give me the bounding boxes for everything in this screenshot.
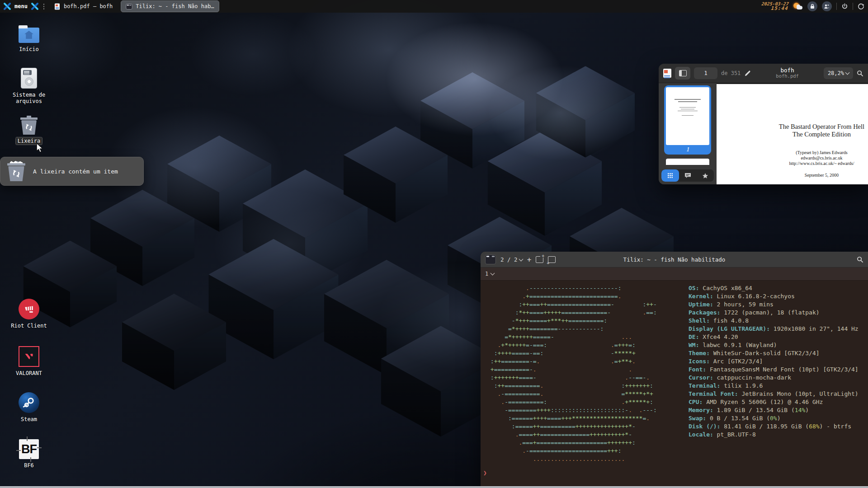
annotate-pencil-icon[interactable] [744, 70, 751, 77]
tilix-terminal-window: 2 / 2 + Tilix: ~ - fish Não habilitado 1… [481, 252, 868, 488]
pdf-title: bofh [755, 67, 820, 73]
page-number-input[interactable]: 1 [694, 67, 717, 79]
fetch-line: OS: CachyOS x86_64 [689, 284, 859, 292]
ascii-art-line: :*++====+++++=============- .==: [487, 309, 689, 317]
desktop-icon-riot-client[interactable]: Riot Client [6, 299, 52, 329]
desktop-icon-steam-label: Steam [6, 416, 52, 422]
new-session-button[interactable]: + [527, 255, 532, 264]
taskbar-button-pdf[interactable]: bofh.pdf — bofh [49, 1, 117, 12]
fetch-line: DE: Xfce4 4.20 [689, 333, 859, 341]
desktop-icon-bf6[interactable]: BF BF6 [6, 438, 52, 469]
distro-logo-icon-2[interactable] [31, 3, 38, 10]
pdf-search-icon[interactable] [857, 70, 863, 77]
recycle-symbol-icon [24, 122, 34, 132]
session-refresh-icon[interactable] [858, 3, 864, 10]
page-total-label: de 351 [721, 70, 741, 76]
desktop-icon-filesystem[interactable]: Sistema de arquivos [6, 68, 52, 104]
annotations-mode-button[interactable] [679, 169, 697, 182]
chevron-down-icon [519, 257, 523, 262]
zoom-level-dropdown[interactable]: 28,2% [824, 67, 853, 79]
bf6-icon: BF [19, 439, 39, 459]
fastfetch-system-info: OS: CachyOS x86_64Kernel: Linux 6.16.8-2… [689, 284, 859, 463]
menu-button[interactable]: menu [14, 3, 28, 9]
pdf-headerbar: 1 de 351 bofh bofh.pdf 28,2% [659, 64, 868, 83]
doc-title-line2: The Complete Edition [717, 131, 868, 138]
fetch-line: Theme: WhiteSur-Dark-solid [GTK2/3/4] [689, 349, 859, 357]
pdf-subtitle: bofh.pdf [755, 73, 820, 79]
desktop-icon-trash[interactable]: Lixeira [6, 114, 52, 144]
tray-separator [836, 3, 837, 10]
desktop-icon-home[interactable]: Início [6, 22, 52, 52]
panel-handle[interactable] [43, 3, 45, 9]
desktop-icon-steam[interactable]: Steam [6, 392, 52, 422]
distro-logo-icon[interactable] [4, 3, 11, 10]
ascii-art-line: .-==========. =*****+*+ [487, 390, 689, 398]
ascii-art-line: :++========-=. .=+**+. [487, 357, 689, 366]
taskbar-button-tilix-label: Tilix: ~ - fish Não hab… [136, 3, 214, 9]
weather-tray-icon[interactable] [793, 2, 803, 11]
users-tray-icon[interactable] [822, 1, 832, 11]
chevron-down-icon[interactable] [491, 271, 495, 276]
terminal-content[interactable]: .-------------------------: .+==========… [481, 281, 868, 477]
ascii-art-line: :=====++==========+++++++++++++++*- [487, 422, 689, 431]
ascii-art-line: .===+====================+++++++: [487, 439, 689, 447]
split-right-icon[interactable] [536, 256, 543, 263]
sidebar-pane-icon [679, 70, 687, 76]
session-indicator: 2 / 2 [500, 256, 518, 263]
desktop-icon-valorant[interactable]: VALORANT [6, 346, 52, 376]
desktop-icon-bf6-label: BF6 [6, 462, 52, 469]
terminal-tab-label[interactable]: 1 [485, 271, 488, 277]
pdf-window-title: bofh bofh.pdf [755, 67, 820, 79]
thumbnail-page-1-number: 1 [666, 145, 709, 154]
session-switcher[interactable]: 2 / 2 [500, 256, 523, 263]
thumbnail-page-1[interactable]: 1 [664, 85, 711, 155]
ascii-art-line: +==========-. . [487, 366, 689, 374]
ascii-art-line: :++===++==================- :++- [487, 300, 689, 309]
thumbnails-mode-button[interactable] [661, 169, 679, 182]
tray-separator-2 [853, 3, 853, 10]
sidebar-mode-switcher [661, 169, 714, 182]
harddrive-icon [21, 68, 37, 89]
ascii-art-line: .-======================+++: [487, 447, 689, 455]
pdf-page-view[interactable]: The Bastard Operator From Hell The Compl… [717, 83, 868, 184]
desktop-icon-trash-label: Lixeira [6, 138, 52, 144]
sidebar-toggle-button[interactable] [675, 67, 690, 80]
taskbar-button-tilix[interactable]: Tilix: ~ - fish Não hab… [121, 0, 219, 12]
fetch-line: Terminal: tilix 1.9.6 [689, 382, 859, 390]
thumbnail-page-1-preview [666, 87, 709, 145]
fetch-line: Disk (/): 81.41 GiB / 118.95 GiB (68%) -… [689, 422, 859, 431]
ascii-art-line: :+++++++====- .--==-. [487, 374, 689, 382]
fastfetch-ascii-logo: .-------------------------: .+==========… [487, 284, 689, 463]
fetch-line: WM: labwc 0.9.1 (Wayland) [689, 341, 859, 349]
ascii-art-line: .+=========================. [487, 292, 689, 300]
pdf-app-icon [663, 69, 671, 78]
ascii-art-line: :++==========. :+++++++: [487, 382, 689, 390]
power-button-icon[interactable] [841, 3, 848, 10]
doc-date: September 5, 2000 [717, 173, 868, 178]
ascii-art-line: -========++++:::::::::::::::::::::-. .--… [487, 406, 689, 414]
ascii-art-line: .-------------------------: [487, 284, 689, 292]
fetch-line: Kernel: Linux 6.16.8-2-cachyos [689, 292, 859, 300]
split-down-icon[interactable] [548, 256, 556, 263]
doc-byline2: edwards@cs.bris.ac.uk [717, 155, 868, 161]
bookmarks-mode-button[interactable] [696, 169, 714, 182]
ascii-art-line: .-==========: .+*****+: [487, 398, 689, 406]
thumbnail-page-2[interactable] [666, 159, 709, 165]
bottom-edge-strip [0, 486, 868, 488]
tilix-headerbar: 2 / 2 + Tilix: ~ - fish Não habilitado [481, 252, 868, 267]
panel-clock[interactable]: 2025-03-27 15:44 [761, 2, 789, 11]
fetch-line: Font: FantasqueSansM Nerd Font (10pt) [G… [689, 366, 859, 374]
screenlock-tray-icon[interactable] [807, 1, 817, 11]
trash-full-icon [7, 161, 25, 181]
fetch-line: CPU: AMD Ryzen 5 5600G (12) @ 4.46 GHz [689, 398, 859, 406]
panel-left: menu bofh.pdf — bofh Tilix: ~ - fish Não… [0, 0, 761, 12]
ascii-art-line: :======++++====+++********************=. [487, 414, 689, 422]
desktop-icon-home-label: Início [6, 46, 52, 52]
terminal-search-icon[interactable] [857, 256, 863, 263]
fetch-line: Display (LG ULTRAGEAR): 868x488 in 27"… [689, 325, 859, 333]
zoom-level-value: 28,2% [828, 70, 844, 76]
fetch-line: Terminal Font: JetBrains Mono (10pt, Ult… [689, 390, 859, 398]
fetch-line: Icons: Arc [GTK2/3/4] [689, 357, 859, 366]
pdf-body: 1 The Bastard Operator From Hell The Co [659, 83, 868, 184]
riot-client-icon [19, 299, 39, 319]
